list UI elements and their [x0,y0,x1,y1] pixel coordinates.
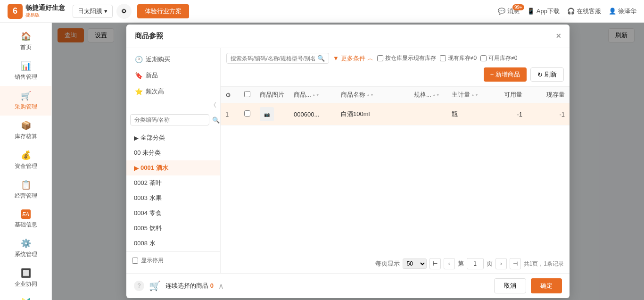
sidebar-item-guide[interactable]: 🔰 新手引导 [0,293,51,300]
sidebar-item-system[interactable]: ⚙️ 系统管理 [0,233,51,263]
user-avatar[interactable]: 👤 徐泽华 [609,7,636,16]
nonzero-stock-checkbox-label[interactable]: 现有库存≠0 [440,54,477,62]
col-header-avail[interactable]: 可用量 [485,87,527,103]
logo: 6 畅捷通好生意 捷易版 [8,4,65,19]
cancel-button[interactable]: 取消 [494,278,526,293]
category-tabs: 🕐 近期购买 🔖 新品 ⭐ 频次高 [126,52,220,99]
row-select-checkbox[interactable] [244,110,250,117]
show-disabled-area: 显示停用 [126,251,220,269]
right-panel: 🔍 ▼ 更多条件 ︿ 按仓库显示现有库存 [221,48,570,273]
basic-info-icon: EA [21,209,31,219]
cat-item-0001[interactable]: ▶ 0001 酒水 [126,160,220,175]
sidebar-item-sales[interactable]: 📊 销售管理 [0,56,51,86]
per-page-label: 每页显示 [375,259,400,268]
refresh-icon: ↻ [537,71,543,78]
enterprise-icon: 🔲 [21,268,31,278]
row-image-cell: 📷 [255,103,289,125]
add-product-button[interactable]: + 新增商品 [484,67,527,82]
store-selector[interactable]: 日太阳膜 ▾ [73,5,113,18]
confirm-button[interactable]: 确定 [531,278,562,293]
trial-button[interactable]: 体验行业方案 [137,4,189,18]
page-number-input[interactable] [467,258,484,269]
category-search-button[interactable]: 🔍 [212,117,220,124]
refresh-table-button[interactable]: ↻ 刷新 [530,67,564,82]
col-header-code[interactable]: 商品... ▲▼ [289,87,336,103]
col-header-unit[interactable]: 主计量 ▲▼ [447,87,485,103]
filter-icon: ▼ [333,55,339,62]
category-list: ▶ 全部分类 00 未分类 ▶ 0001 酒水 0002 茶 [126,128,220,251]
modal-close-button[interactable]: × [556,31,561,41]
warehouse-stock-checkbox-label[interactable]: 按仓库显示现有库存 [377,54,436,62]
sort-icon: ▲▼ [312,93,320,97]
cat-item-all[interactable]: ▶ 全部分类 [126,130,220,145]
nonzero-avail-checkbox[interactable] [480,55,487,61]
help-icon[interactable]: ? [134,281,144,291]
cat-active-arrow-icon: ▶ [134,165,139,172]
message-button[interactable]: 💬 消息 99+ [498,7,520,16]
sidebar-item-label: 经营管理 [15,192,37,200]
collapse-button[interactable]: 《 [126,99,220,111]
sidebar-item-finance[interactable]: 💰 资金管理 [0,145,51,175]
cat-item-00[interactable]: 00 未分类 [126,145,220,160]
cat-item-0005[interactable]: 0005 饮料 [126,221,220,236]
cat-item-0008[interactable]: 0008 水 [126,236,220,251]
per-page-select[interactable]: 50 100 200 [403,258,427,269]
last-page-button[interactable]: ⊣ [510,258,521,269]
cart-label: 连续选择的商品 0 [165,282,214,290]
cat-item-0004[interactable]: 0004 零食 [126,206,220,221]
prev-page-button[interactable]: ‹ [444,258,455,269]
show-disabled-checkbox[interactable] [132,258,138,264]
app-download-button[interactable]: 📱 App下载 [527,7,560,16]
action-buttons: + 新增商品 ↻ 刷新 [484,67,564,82]
sidebar-item-label: 销售管理 [15,73,37,81]
sidebar-item-label: 库存核算 [15,133,37,141]
row-num: 1 [221,103,239,125]
online-service-button[interactable]: 🎧 在线客服 [567,7,601,16]
row-spec [409,103,447,125]
table-row[interactable]: 1 📷 000600... 白酒100ml 瓶 [221,103,570,125]
sidebar-item-inventory[interactable]: 📦 库存核算 [0,116,51,145]
category-search-input[interactable] [130,114,209,125]
sidebar-item-basic-info[interactable]: EA 基础信息 [0,205,51,233]
page-unit: 页 [487,259,493,268]
cat-tab-recent[interactable]: 🕐 近期购买 [130,52,216,67]
select-all-checkbox[interactable] [244,91,250,97]
nonzero-avail-checkbox-label[interactable]: 可用库存≠0 [480,54,517,62]
logo-text: 畅捷通好生意 捷易版 [25,4,65,18]
sidebar-item-home[interactable]: 🏠 首页 [0,26,51,56]
row-name: 白酒100ml [336,103,409,125]
sidebar-item-enterprise[interactable]: 🔲 企业协同 [0,263,51,293]
first-page-button[interactable]: ⊢ [429,258,441,269]
settings-icon[interactable]: ⚙ [116,4,132,19]
nonzero-stock-checkbox[interactable] [440,55,446,61]
collapse-icon: 《 [210,101,216,109]
cat-item-0002[interactable]: 0002 茶叶 [126,175,220,191]
sidebar-item-operations[interactable]: 📋 经营管理 [0,175,51,205]
row-checkbox-cell[interactable] [239,103,255,125]
col-header-name[interactable]: 商品名称 ▲▼ [336,87,409,103]
cat-tab-frequent[interactable]: ⭐ 频次高 [130,84,216,99]
sidebar-item-purchase[interactable]: 🛒 采购管理 [0,86,51,116]
sidebar-item-label: 首页 [20,43,32,51]
inventory-icon: 📦 [21,120,31,131]
row-avail: -1 [485,103,527,125]
col-header-checkbox[interactable] [239,87,255,103]
next-page-button[interactable]: › [495,258,507,269]
search-icon[interactable]: 🔍 [317,55,325,62]
search-input[interactable] [231,55,315,62]
cart-icon[interactable]: 🛒 [149,280,161,292]
col-header-spec[interactable]: 规格... ▲▼ [409,87,447,103]
cart-expand-icon[interactable]: ∧ [218,282,224,291]
col-header-stock[interactable]: 现存量 [527,87,570,103]
frequent-icon: ⭐ [135,88,143,95]
category-search-area: 🔍 [126,111,220,128]
filter-button[interactable]: ▼ 更多条件 ︿ [333,54,373,63]
show-disabled-label: 显示停用 [141,257,164,265]
warehouse-stock-checkbox[interactable] [377,55,383,61]
products-table: ⚙ 商品图片 商品... ▲▼ [221,87,570,125]
col-header-image: 商品图片 [255,87,289,103]
cat-item-0003[interactable]: 0003 水果 [126,191,220,206]
guide-icon: 🔰 [21,298,31,300]
cat-tab-new[interactable]: 🔖 新品 [130,68,216,83]
col-header-settings[interactable]: ⚙ [221,87,239,103]
